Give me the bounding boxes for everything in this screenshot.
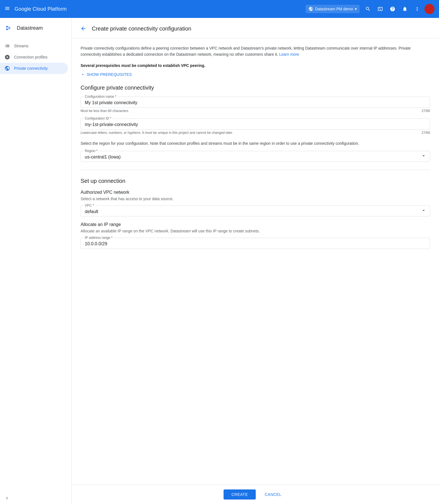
project-selector[interactable]: Datastream PM demo ▾ [306, 5, 360, 13]
ip-range-title: Allocate an IP range [81, 222, 430, 227]
page-title: Create private connectivity configuratio… [92, 25, 191, 32]
vpc-select[interactable]: default custom-vpc-1 custom-vpc-2 [85, 209, 426, 214]
config-id-input[interactable] [85, 122, 426, 127]
section-divider [81, 170, 430, 170]
sidebar-header: Datastream [0, 18, 71, 38]
help-icon[interactable] [388, 4, 398, 14]
main-content: Create private connectivity configuratio… [72, 18, 439, 504]
project-name: Datastream PM demo [315, 7, 353, 11]
config-id-label: Configuration ID * [84, 116, 112, 120]
setup-section-title: Set up connection [81, 178, 430, 184]
region-group: Region * us-central1 (Iowa) us-east1 (So… [81, 151, 430, 162]
search-icon[interactable] [363, 4, 373, 14]
sidebar-nav: Streams Connection profiles Private conn… [0, 38, 71, 76]
sidebar-item-streams[interactable]: Streams [0, 40, 68, 52]
region-select[interactable]: us-central1 (Iowa) us-east1 (South Carol… [85, 155, 426, 159]
configure-section-title: Configure private connectivity [81, 85, 430, 91]
authorized-vpc-desc: Select a network that has access to your… [81, 197, 430, 201]
sidebar-item-connection-profiles[interactable]: Connection profiles [0, 52, 68, 63]
main-header: Create private connectivity configuratio… [72, 18, 439, 38]
svg-point-1 [428, 7, 431, 10]
action-bar: CREATE CANCEL [72, 485, 439, 504]
config-name-label: Configuration name * [84, 95, 118, 99]
app-logo: Google Cloud Platform [15, 6, 302, 12]
sidebar-item-private-connectivity[interactable]: Private connectivity [0, 63, 68, 74]
vpc-field[interactable]: VPC * default custom-vpc-1 custom-vpc-2 [81, 206, 430, 216]
sidebar-collapse[interactable] [0, 492, 71, 504]
create-button[interactable]: CREATE [224, 489, 256, 500]
config-name-count: 27/60 [422, 109, 430, 113]
show-prerequisites-toggle[interactable]: SHOW PREREQUISITES [81, 72, 430, 77]
authorized-vpc-title: Authorized VPC network [81, 190, 430, 195]
ip-range-desc: Allocate an available IP range on the VP… [81, 229, 430, 233]
region-label: Region * [84, 149, 99, 153]
config-name-hint-text: Must be less than 60 characters. [81, 109, 129, 113]
config-id-hint-text: Lowercase letters, numbers, or hyphens. … [81, 131, 233, 135]
vpc-label: VPC * [84, 204, 95, 207]
sidebar-item-streams-label: Streams [14, 44, 29, 48]
prerequisites-note: Several prerequisites must be completed … [81, 63, 430, 68]
region-note: Select the region for your configuration… [81, 140, 430, 146]
sidebar: Datastream Streams Connection profiles P… [0, 18, 72, 504]
svg-point-2 [6, 26, 8, 27]
config-id-hint: Lowercase letters, numbers, or hyphens. … [81, 131, 430, 135]
ip-range-input[interactable] [85, 241, 426, 246]
sidebar-item-connection-profiles-label: Connection profiles [14, 55, 48, 59]
learn-more-link[interactable]: Learn more [279, 52, 299, 57]
back-button[interactable] [78, 24, 88, 34]
region-field[interactable]: Region * us-central1 (Iowa) us-east1 (So… [81, 151, 430, 162]
sidebar-item-private-connectivity-label: Private connectivity [14, 66, 48, 71]
content-area: Private connectivity configurations defi… [72, 38, 439, 485]
notification-icon[interactable] [400, 4, 410, 14]
description-text: Private connectivity configurations defi… [81, 45, 430, 58]
config-id-group: Configuration ID * Lowercase letters, nu… [81, 118, 430, 135]
ip-range-group: IP address range * [81, 238, 430, 249]
svg-point-3 [6, 29, 8, 30]
config-name-hint: Must be less than 60 characters. 27/60 [81, 109, 430, 113]
config-id-field[interactable]: Configuration ID * [81, 118, 430, 130]
app-name: Datastream [17, 25, 43, 31]
project-chevron: ▾ [355, 7, 357, 11]
show-prerequisites-label: SHOW PREREQUISITES [87, 72, 132, 77]
topbar: Google Cloud Platform Datastream PM demo… [0, 0, 439, 18]
user-avatar[interactable] [424, 4, 435, 14]
ip-range-label: IP address range * [84, 236, 114, 240]
ip-range-field[interactable]: IP address range * [81, 238, 430, 249]
topbar-actions [363, 4, 435, 14]
cancel-button[interactable]: CANCEL [259, 489, 287, 500]
vpc-group: VPC * default custom-vpc-1 custom-vpc-2 [81, 206, 430, 216]
layout: Datastream Streams Connection profiles P… [0, 18, 439, 504]
config-name-input[interactable] [85, 100, 426, 105]
datastream-logo [4, 24, 13, 32]
description-content: Private connectivity configurations defi… [81, 46, 411, 57]
config-name-field[interactable]: Configuration name * [81, 97, 430, 108]
more-options-icon[interactable] [412, 4, 422, 14]
config-name-group: Configuration name * Must be less than 6… [81, 97, 430, 113]
hamburger-icon[interactable] [4, 6, 10, 13]
terminal-icon[interactable] [375, 4, 385, 14]
config-id-count: 27/60 [422, 131, 430, 135]
